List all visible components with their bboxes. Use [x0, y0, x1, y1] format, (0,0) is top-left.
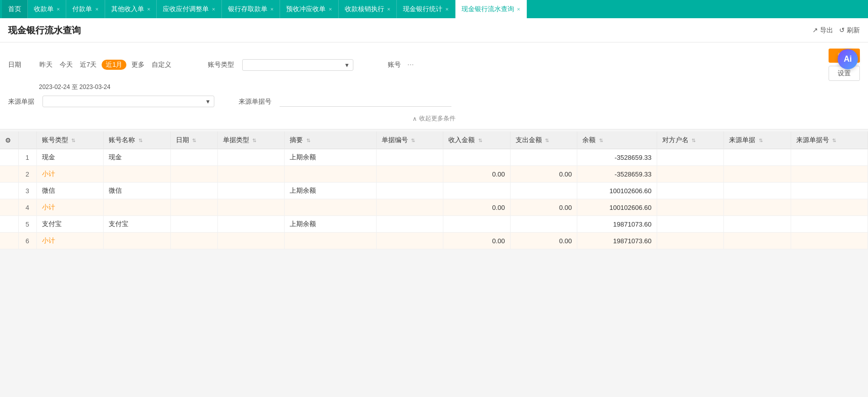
sort-icon-source-doc: ⇅ [759, 138, 763, 143]
row-summary [285, 233, 376, 249]
col-source-doc[interactable]: 来源单据 ⇅ [724, 131, 791, 149]
nav-tab-3[interactable]: 其他收入单 × [105, 0, 157, 18]
row-income [443, 183, 511, 199]
date-opt-custom[interactable]: 自定义 [150, 60, 173, 70]
date-range-text: 2023-02-24 至 2023-03-24 [39, 83, 110, 91]
row-doc-no [376, 166, 443, 183]
table-row: 4 小计 0.00 0.00 100102606.60 [0, 199, 868, 216]
source-doc-num-input[interactable] [280, 97, 451, 107]
close-icon-9[interactable]: × [517, 6, 520, 12]
nav-tab-1[interactable]: 收款单 × [28, 0, 66, 18]
col-account-name[interactable]: 账号名称 ⇅ [104, 131, 171, 149]
row-date [170, 183, 217, 199]
date-opt-more[interactable]: 更多 [129, 60, 147, 70]
row-income: 0.00 [443, 233, 511, 249]
row-doc-no [376, 183, 443, 199]
source-doc-chevron-icon: ▾ [206, 98, 210, 105]
row-index: 1 [18, 149, 36, 166]
close-icon-1[interactable]: × [57, 6, 60, 12]
close-icon-6[interactable]: × [329, 6, 332, 12]
row-source-doc [724, 199, 791, 216]
header-actions: ↗ 导出 ↺ 刷新 [812, 26, 860, 35]
row-date [170, 199, 217, 216]
close-icon-3[interactable]: × [147, 6, 150, 12]
close-icon-4[interactable]: × [212, 6, 215, 12]
nav-label-8: 现金银行统计 [403, 5, 442, 14]
close-icon-8[interactable]: × [445, 6, 448, 12]
table-wrap: ⚙ 账号类型 ⇅ 账号名称 ⇅ 日期 ⇅ 单据类型 ⇅ 摘要 ⇅ 单据编号 ⇅ … [0, 131, 868, 249]
row-settings [0, 166, 18, 183]
date-opt-today[interactable]: 今天 [58, 60, 75, 70]
row-settings [0, 199, 18, 216]
col-expense[interactable]: 支出金额 ⇅ [510, 131, 577, 149]
date-opt-7days[interactable]: 近7天 [78, 60, 99, 70]
export-button[interactable]: ↗ 导出 [812, 26, 833, 35]
nav-label-1: 收款单 [34, 5, 54, 14]
col-settings[interactable]: ⚙ [0, 131, 18, 149]
row-index: 5 [18, 216, 36, 233]
row-source-doc [724, 149, 791, 166]
date-opt-yesterday[interactable]: 昨天 [37, 60, 55, 70]
sort-icon-doc-no: ⇅ [411, 138, 415, 143]
nav-tab-5[interactable]: 银行存取款单 × [222, 0, 280, 18]
filter-row-1: 日期 昨天 今天 近7天 近1月 更多 自定义 账号类型 ▾ 账号 ··· 查询… [8, 49, 860, 81]
row-income [443, 149, 511, 166]
nav-tab-4[interactable]: 应收应付调整单 × [157, 0, 221, 18]
sort-icon-income: ⇅ [478, 138, 482, 143]
nav-tab-home[interactable]: 首页 [2, 0, 28, 18]
date-opt-1month[interactable]: 近1月 [102, 60, 126, 70]
nav-tab-8[interactable]: 现金银行统计 × [397, 0, 455, 18]
nav-tab-7[interactable]: 收款核销执行 × [339, 0, 397, 18]
table-row: 2 小计 0.00 0.00 -3528659.33 [0, 166, 868, 183]
row-account-type: 小计 [36, 233, 104, 249]
nav-tab-2[interactable]: 付款单 × [66, 0, 105, 18]
nav-label-9: 现金银行流水查询 [462, 5, 514, 14]
nav-tab-9[interactable]: 现金银行流水查询 × [455, 0, 527, 18]
col-date[interactable]: 日期 ⇅ [170, 131, 217, 149]
row-source-doc-no [791, 183, 867, 199]
row-doc-no [376, 233, 443, 249]
col-source-doc-no[interactable]: 来源单据号 ⇅ [791, 131, 867, 149]
refresh-button[interactable]: ↺ 刷新 [839, 26, 860, 35]
row-expense: 0.00 [510, 199, 577, 216]
col-summary[interactable]: 摘要 ⇅ [285, 131, 376, 149]
row-summary: 上期余额 [285, 183, 376, 199]
row-source-doc [724, 166, 791, 183]
sort-icon-balance: ⇅ [599, 138, 603, 143]
close-icon-5[interactable]: × [270, 6, 273, 12]
row-balance: -3528659.33 [577, 149, 657, 166]
row-date [170, 166, 217, 183]
ai-badge[interactable]: Ai [838, 49, 858, 69]
col-doc-type[interactable]: 单据类型 ⇅ [217, 131, 285, 149]
col-counterpart[interactable]: 对方户名 ⇅ [657, 131, 724, 149]
row-income: 0.00 [443, 199, 511, 216]
refresh-icon: ↺ [839, 26, 845, 34]
row-balance: 100102606.60 [577, 183, 657, 199]
row-counterpart [657, 166, 724, 183]
account-type-select[interactable]: ▾ [242, 59, 353, 71]
row-doc-type [217, 183, 285, 199]
dots-icon: ··· [407, 60, 414, 69]
collapse-bar[interactable]: ∧ 收起更多条件 [8, 112, 860, 127]
nav-tab-home-label: 首页 [8, 5, 21, 14]
row-income: 0.00 [443, 166, 511, 183]
filter-row-2: 来源单据 ▾ 来源单据号 [8, 96, 860, 107]
col-income[interactable]: 收入金额 ⇅ [443, 131, 511, 149]
row-settings [0, 149, 18, 166]
row-account-name [104, 199, 171, 216]
close-icon-2[interactable]: × [95, 6, 98, 12]
sort-icon-expense: ⇅ [545, 138, 549, 143]
row-doc-no [376, 149, 443, 166]
table-row: 6 小计 0.00 0.00 19871073.60 [0, 233, 868, 249]
col-doc-no[interactable]: 单据编号 ⇅ [376, 131, 443, 149]
nav-tab-6[interactable]: 预收冲应收单 × [280, 0, 338, 18]
close-icon-7[interactable]: × [387, 6, 390, 12]
filter-area: 日期 昨天 今天 近7天 近1月 更多 自定义 账号类型 ▾ 账号 ··· 查询… [0, 42, 868, 129]
col-balance[interactable]: 余额 ⇅ [577, 131, 657, 149]
source-doc-select[interactable]: ▾ [42, 96, 214, 107]
row-summary: 上期余额 [285, 216, 376, 233]
row-account-type: 支付宝 [36, 216, 104, 233]
row-summary [285, 199, 376, 216]
ai-label: Ai [844, 55, 852, 64]
col-account-type[interactable]: 账号类型 ⇅ [36, 131, 104, 149]
